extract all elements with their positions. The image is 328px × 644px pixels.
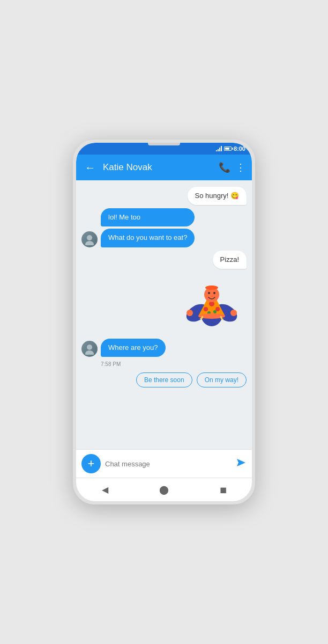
received-bubbles-1: lol! Me too What do you want to eat? [101, 208, 195, 247]
sent-bubble-2: Pizza! [213, 251, 247, 269]
status-time: 8:00 [234, 145, 245, 152]
svg-point-20 [187, 310, 193, 316]
status-icons [215, 146, 232, 151]
svg-point-21 [230, 310, 237, 316]
svg-point-17 [208, 292, 210, 294]
nav-home-button[interactable]: ⬤ [159, 485, 169, 495]
sticker-area [81, 272, 247, 335]
svg-marker-2 [218, 149, 219, 151]
chat-input[interactable] [105, 460, 232, 468]
sent-text-1: So hungry! 😋 [195, 192, 240, 200]
phone-screen: 8:00 ← Katie Novak 📞 ⋮ So hungry! 😋 [76, 143, 252, 501]
send-button[interactable] [236, 458, 247, 470]
app-bar: ← Katie Novak 📞 ⋮ [76, 155, 252, 180]
pizza-sticker [182, 274, 241, 333]
nav-recent-button[interactable]: ◼ [220, 485, 227, 495]
received-text-2a: Where are you? [108, 343, 158, 352]
svg-point-19 [205, 286, 218, 290]
svg-point-18 [213, 292, 215, 294]
svg-point-14 [213, 310, 217, 313]
svg-marker-24 [237, 459, 245, 466]
phone-notch [148, 143, 180, 145]
signal-icon [215, 146, 222, 151]
svg-point-5 [85, 241, 94, 245]
svg-marker-0 [221, 146, 222, 151]
message-row-1: So hungry! 😋 [81, 187, 247, 205]
quick-reply-1[interactable]: Be there soon [136, 372, 192, 387]
sent-bubble-1: So hungry! 😋 [188, 187, 247, 205]
message-row-5: Where are you? [81, 339, 247, 357]
phone-frame: 8:00 ← Katie Novak 📞 ⋮ So hungry! 😋 [73, 140, 255, 504]
chat-area: So hungry! 😋 lol! Me too What do you [76, 180, 252, 449]
svg-marker-1 [219, 148, 220, 151]
received-text-1a: lol! Me too [108, 213, 140, 221]
svg-point-22 [87, 345, 92, 350]
quick-replies: Be there soon On my way! [81, 370, 247, 390]
svg-point-11 [204, 307, 208, 311]
message-row-3: Pizza! [81, 251, 247, 269]
svg-marker-3 [216, 150, 217, 151]
quick-reply-2[interactable]: On my way! [197, 372, 247, 387]
svg-point-23 [85, 350, 94, 355]
back-button[interactable]: ← [83, 159, 98, 176]
svg-point-4 [87, 235, 92, 240]
pizza-sticker-svg [182, 274, 241, 333]
call-icon[interactable]: 📞 [219, 162, 230, 173]
received-bubble-1a: lol! Me too [101, 208, 195, 226]
app-bar-icons: 📞 ⋮ [219, 162, 245, 173]
svg-point-12 [215, 307, 220, 311]
add-button[interactable]: + [81, 454, 101, 473]
nav-back-button[interactable]: ◀ [102, 485, 108, 495]
message-row-2: lol! Me too What do you want to eat? [81, 208, 247, 247]
nav-bar: ◀ ⬤ ◼ [76, 478, 252, 501]
avatar-1 [81, 231, 98, 247]
contact-name: Katie Novak [103, 162, 213, 173]
more-options-icon[interactable]: ⋮ [236, 162, 245, 173]
battery-icon [224, 147, 232, 151]
avatar-2 [81, 341, 98, 357]
received-bubble-2a: Where are you? [101, 339, 166, 357]
received-bubble-1b: What do you want to eat? [101, 229, 195, 247]
sent-text-2: Pizza! [220, 255, 239, 264]
received-text-1b: What do you want to eat? [108, 233, 187, 241]
message-timestamp: 7:58 PM [101, 361, 247, 367]
received-bubbles-2: Where are you? [101, 339, 166, 357]
input-area: + [76, 449, 252, 478]
